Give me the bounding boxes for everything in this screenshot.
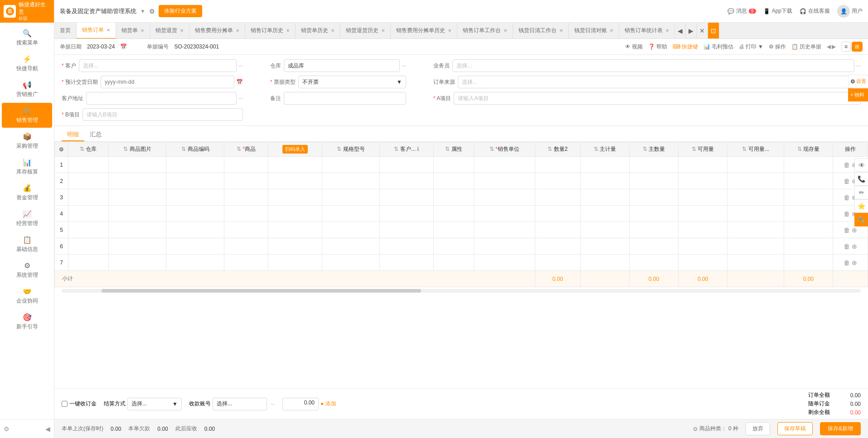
tab-prev-btn[interactable]: ◀ [675,23,686,39]
tab-sales-delivery-history-close[interactable]: ✕ [331,28,335,33]
tab-sales-return[interactable]: 销货退货 ✕ [150,23,189,39]
code-sort-icon[interactable]: ⇅ [181,146,186,152]
help-btn[interactable]: ❓ 帮助 [648,43,667,51]
tab-sales-return-history-close[interactable]: ✕ [381,28,385,33]
tab-more-btn[interactable]: ✕ [697,23,708,39]
customer-input[interactable]: 选择... [79,59,237,72]
tab-home[interactable]: 首页 [54,23,77,39]
tab-detail[interactable]: 明细 [62,129,84,141]
calendar-icon[interactable]: 📅 [120,43,127,50]
tab-sales-delivery-close[interactable]: ✕ [141,28,144,33]
system-dropdown-icon[interactable]: ▼ [140,8,145,14]
tab-sales-order-close[interactable]: ✕ [107,28,110,33]
tab-sales-workbench[interactable]: 销售订单工作台 ✕ [457,23,513,39]
tab-sales-expense[interactable]: 销售费用分摊单 ✕ [189,23,245,39]
shortcut-btn[interactable]: ⌨ 快捷键 [673,43,698,51]
sidebar-item-operations[interactable]: 📈 经营管理 [2,206,52,231]
history-btn[interactable]: 📋 历史单据 [791,43,821,51]
float-phone-btn[interactable]: 📞 [854,172,868,186]
print-btn[interactable]: 🖨 打印 ▼ [739,43,763,51]
amount-input[interactable]: 0.00 [282,398,319,410]
th-customer-code[interactable]: ⇅ 客户... ℹ [380,142,434,157]
warehouse-input[interactable]: 成品库 [284,59,400,72]
customer-code-info-icon[interactable]: ℹ [417,146,419,152]
horizontal-scrollbar[interactable] [54,287,868,294]
main-unit-sort-icon[interactable]: ⇅ [594,146,598,152]
warehouse-sort-icon[interactable]: ⇅ [80,146,84,152]
sidebar-item-basic-info[interactable]: 📋 基础信息 [2,232,52,257]
add-amount-btn[interactable]: ● 添加 [320,400,336,408]
app-download-btn[interactable]: 📱 App下载 [763,7,792,15]
staff-more-icon[interactable]: ··· [856,63,861,69]
sidebar-collapse-btn[interactable]: ◀ [44,424,52,434]
table-settings-icon[interactable]: ⚙ [59,146,64,153]
customer-more-icon[interactable]: ··· [238,63,243,69]
sidebar-item-quicknav[interactable]: ⚡ 快捷导航 [2,51,52,76]
nav-next-icon[interactable]: ▶ [832,43,836,50]
row-copy-icon-5[interactable]: ⊕ [852,226,857,234]
main-qty-sort-icon[interactable]: ⇅ [643,146,647,152]
float-tool-btn[interactable]: 🔧 [854,213,868,226]
operation-btn[interactable]: ⚙ 操作 [769,43,786,51]
th-main-unit[interactable]: ⇅ 主计量 [580,142,629,157]
sidebar-item-purchase[interactable]: 📦 采购管理 [2,129,52,154]
delivery-calendar-icon[interactable]: 📅 [236,79,243,85]
th-unit[interactable]: ⇅ *销售单位 [474,142,535,157]
th-qty2[interactable]: ⇅ 数量2 [535,142,581,157]
sidebar-item-sales[interactable]: 🛒 销售管理 [2,103,52,128]
settlement-select[interactable]: 选择... ▼ [127,398,182,410]
add-material-btn[interactable]: + 物料 [848,88,868,101]
sidebar-item-finance[interactable]: 💰 资金管理 [2,180,52,205]
goods-sort-icon[interactable]: ⇅ [237,146,241,152]
row-delete-icon-3[interactable]: 🗑 [844,194,850,201]
th-goods[interactable]: ⇅ *商品 [224,142,268,157]
tab-daily-workbench-close[interactable]: ✕ [559,28,563,33]
customer-addr-more-icon[interactable]: ··· [238,95,243,101]
delivery-date-input[interactable] [101,76,234,88]
float-star-btn[interactable]: ⭐ [854,199,868,213]
industry-btn[interactable]: 体验行业方案 [159,5,202,17]
print-chevron-icon[interactable]: ▼ [758,43,763,50]
tab-sales-return-close[interactable]: ✕ [180,28,184,33]
account-more-icon[interactable]: ··· [271,401,275,407]
remark-input[interactable] [284,92,406,105]
tab-sales-expense-history-close[interactable]: ✕ [448,28,451,33]
th-img[interactable]: ⇅ 商品图片 [108,142,166,157]
layout-grid-btn[interactable]: ⊞ [852,42,863,52]
message-btn[interactable]: 💬 消息 9 [727,7,756,15]
th-code[interactable]: ⇅ 商品编码 [166,142,224,157]
sidebar-item-collab[interactable]: 🤝 企业协同 [2,284,52,308]
sidebar-item-guide[interactable]: 🎯 新手引导 [2,309,52,334]
spec-sort-icon[interactable]: ⇅ [337,146,341,152]
account-select[interactable]: 选择... [213,398,267,410]
th-settings[interactable]: ⚙ [55,142,68,157]
row-delete-icon-6[interactable]: 🗑 [844,243,850,250]
tab-sales-report-close[interactable]: ✕ [665,28,669,33]
row-delete-icon-4[interactable]: 🗑 [844,210,850,217]
unit-sort-icon[interactable]: ⇅ [490,146,494,152]
th-warehouse[interactable]: ⇅ 仓库 [68,142,109,157]
invoice-type-select[interactable]: 不开票 ▼ [298,76,406,88]
tab-sales-delivery[interactable]: 销货单 ✕ [116,23,150,39]
float-edit-btn[interactable]: ✏ [854,186,868,199]
warehouse-more-icon[interactable]: ··· [402,63,406,69]
row-copy-icon-6[interactable]: ⊕ [852,243,857,250]
row-delete-icon-1[interactable]: 🗑 [844,161,850,168]
row-delete-icon-2[interactable]: 🗑 [844,178,850,185]
tab-sales-workbench-close[interactable]: ✕ [504,28,507,33]
settings-icon[interactable]: ⚙ [149,8,155,15]
discard-btn[interactable]: 放弃 [746,422,770,435]
order-source-input[interactable]: 选择... [458,76,853,88]
th-spec[interactable]: ⇅ 规格型号 [322,142,380,157]
tab-daily-workbench[interactable]: 钱货日清工作台 ✕ [513,23,569,39]
th-scan[interactable]: 扫码录入 [268,142,322,157]
save-draft-btn[interactable]: 保存草稿 [777,422,813,435]
b-project-input[interactable]: 请输入B项目 [82,108,243,121]
th-available[interactable]: ⇅ 可用量 [679,142,727,157]
profit-btn[interactable]: 📊 毛利预估 [703,43,733,51]
tab-daily-reconcile[interactable]: 钱货日清对账 ✕ [569,23,619,39]
tab-sales-delivery-history[interactable]: 销货单历史 ✕ [296,23,340,39]
sidebar-item-system[interactable]: ⚙ 系统管理 [2,258,52,283]
sidebar-settings-btn[interactable]: ⚙ [2,424,11,434]
one-click-checkbox-label[interactable]: 一键收订金 [62,400,97,408]
